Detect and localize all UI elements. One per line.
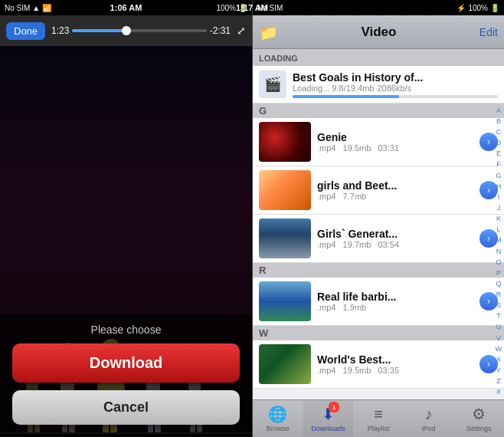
left-status-left: No SIM ▲ 📶	[5, 4, 51, 12]
playlist-icon: ≡	[374, 406, 383, 423]
section-r-header: R	[253, 263, 504, 278]
loading-item[interactable]: 🎬 Best Goals in History of... Loading...…	[253, 66, 504, 104]
signal-icon: ▲	[32, 4, 40, 12]
alpha-v[interactable]: V	[496, 334, 501, 343]
video-meta-genie: .mp4 19.5mb 03:31	[317, 143, 473, 153]
done-button[interactable]: Done	[6, 22, 45, 40]
thumb-worlds	[259, 344, 311, 384]
left-panel: No SIM ▲ 📶 1:06 AM 100% 🔋 Done 1:23 -2:3…	[0, 0, 252, 437]
alpha-q[interactable]: Q	[496, 280, 501, 288]
video-item-girls-gen[interactable]: Girls` Generat... .mp4 19.7mb 03:54 ›	[253, 215, 504, 263]
alpha-p[interactable]: P	[496, 269, 501, 278]
loading-item-title: Best Goals in History of...	[293, 71, 498, 84]
wifi-icon: 📶	[42, 4, 51, 12]
carrier-left: No SIM	[5, 4, 30, 12]
video-info-barbi: Real life barbi... .mp4 1.9mb	[317, 291, 473, 312]
alpha-k[interactable]: K	[496, 215, 501, 223]
download-button[interactable]: Download	[12, 343, 240, 383]
alpha-o[interactable]: O	[496, 258, 501, 267]
loading-section: Loading 🎬 Best Goals in History of... Lo…	[253, 49, 504, 104]
right-status-bar: No SIM 1:17 AM ⚡ 100% 🔋	[253, 0, 504, 15]
alpha-d[interactable]: D	[496, 139, 502, 147]
video-meta-worlds: .mp4 19.5mb 03:35	[317, 366, 473, 375]
video-title-genie: Genie	[317, 131, 473, 143]
video-item-worlds[interactable]: World's Best... .mp4 19.5mb 03:35 ›	[253, 340, 504, 389]
tab-bar: 🌐 Browse ⬇ 1 Downloads ≡ Playlist ♪ iPod…	[253, 399, 504, 437]
video-info-genie: Genie .mp4 19.5mb 03:31	[317, 131, 473, 153]
bluetooth-icon: ⚡	[457, 4, 466, 12]
alpha-w[interactable]: W	[496, 345, 502, 353]
thumb-girls-gen-bg	[259, 219, 311, 258]
ipod-label: iPod	[422, 425, 436, 432]
alpha-s[interactable]: S	[496, 301, 501, 310]
remaining-time: -2:31	[210, 25, 231, 36]
right-status-right: ⚡ 100% 🔋	[457, 4, 499, 12]
alpha-hash[interactable]: #	[496, 388, 500, 396]
video-title-barbi: Real life barbi...	[317, 291, 473, 303]
alpha-z[interactable]: Z	[496, 377, 501, 386]
alpha-index: A B C D E F G H I J K L M N O P Q R S T …	[493, 104, 504, 399]
battery-right: 100%	[468, 4, 488, 12]
right-nav-bar: 📁 Video Edit	[253, 15, 504, 49]
list-container: A B C D E F G H I J K L M N O P Q R S T …	[253, 104, 504, 399]
fullscreen-icon[interactable]: ⤢	[237, 25, 246, 37]
tab-ipod[interactable]: ♪ iPod	[404, 400, 454, 437]
downloads-icon-wrapper: ⬇ 1	[322, 405, 335, 423]
thumb-worlds-bg	[259, 344, 311, 384]
video-area: Please choose Download Cancel	[0, 46, 252, 437]
alpha-i[interactable]: I	[498, 193, 500, 202]
browse-label: Browse	[267, 425, 290, 432]
settings-label: Settings	[466, 425, 492, 432]
video-info-girls-beet: girls and Beet... .mp4 7.7mb	[317, 179, 473, 201]
video-info-worlds: World's Best... .mp4 19.5mb 03:35	[317, 353, 473, 375]
alpha-m[interactable]: M	[496, 236, 502, 245]
loading-progress-bar	[293, 95, 498, 98]
section-g-header: G	[253, 104, 504, 118]
tab-playlist[interactable]: ≡ Playlist	[353, 400, 404, 437]
alpha-f[interactable]: F	[496, 160, 501, 169]
loading-info: Best Goals in History of... Loading... 9…	[293, 71, 498, 98]
alpha-h[interactable]: H	[496, 182, 502, 191]
cancel-button[interactable]: Cancel	[12, 390, 240, 425]
alpha-y[interactable]: Y	[496, 366, 501, 375]
tab-downloads[interactable]: ⬇ 1 Downloads	[303, 400, 354, 437]
alpha-j[interactable]: J	[497, 204, 501, 212]
alpha-b[interactable]: B	[496, 117, 501, 126]
tab-browse[interactable]: 🌐 Browse	[253, 400, 303, 437]
alpha-u[interactable]: U	[496, 323, 502, 331]
left-toolbar: Done 1:23 -2:31 ⤢	[0, 15, 252, 46]
video-meta-girls-beet: .mp4 7.7mb	[317, 192, 473, 201]
section-w-header: W	[253, 326, 504, 340]
time-display: 1:23 -2:31	[51, 25, 231, 36]
alpha-c[interactable]: C	[496, 128, 502, 136]
settings-icon: ⚙	[472, 405, 486, 423]
scrub-thumb	[122, 26, 131, 35]
video-item-girls-beet[interactable]: girls and Beet... .mp4 7.7mb ›	[253, 166, 504, 215]
edit-button[interactable]: Edit	[479, 26, 498, 38]
alpha-r[interactable]: R	[496, 291, 502, 299]
alpha-n[interactable]: N	[496, 248, 502, 256]
video-info-girls-gen: Girls` Generat... .mp4 19.7mb 03:54	[317, 228, 473, 249]
alpha-a[interactable]: A	[496, 107, 501, 115]
video-item-genie[interactable]: Genie .mp4 19.5mb 03:31 ›	[253, 118, 504, 166]
tab-settings[interactable]: ⚙ Settings	[453, 400, 504, 437]
video-title-worlds: World's Best...	[317, 353, 473, 366]
loading-thumb: 🎬	[259, 71, 286, 98]
loading-label: Loading	[259, 54, 298, 63]
alpha-l[interactable]: L	[496, 225, 500, 234]
scrub-track[interactable]	[72, 29, 206, 32]
video-item-barbi[interactable]: Real life barbi... .mp4 1.9mb ›	[253, 278, 504, 326]
alpha-e[interactable]: E	[496, 150, 501, 158]
video-meta-girls-gen: .mp4 19.7mb 03:54	[317, 240, 473, 249]
downloads-label: Downloads	[311, 425, 345, 432]
playlist-label: Playlist	[368, 425, 390, 432]
browse-icon: 🌐	[268, 405, 287, 423]
alpha-t[interactable]: T	[496, 312, 501, 320]
thumb-girls-gen	[259, 219, 311, 258]
loading-item-sub: Loading... 9.8/19.4mb 2086kb/s	[293, 84, 498, 93]
choose-overlay: Please choose Download Cancel	[0, 314, 252, 437]
thumb-girls-beet	[259, 170, 311, 210]
alpha-x[interactable]: X	[496, 356, 501, 364]
current-time: 1:23	[51, 25, 69, 36]
alpha-g[interactable]: G	[496, 172, 501, 180]
